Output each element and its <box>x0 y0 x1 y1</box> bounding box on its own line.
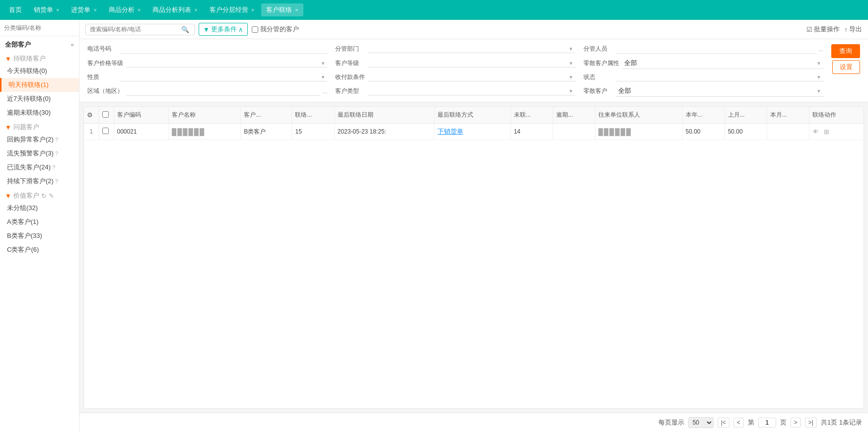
td-customer-type: B类客户 <box>241 124 292 140</box>
grid-icon[interactable]: ⊞ <box>824 128 829 136</box>
nav-purchase[interactable]: 进货单 × <box>66 3 101 16</box>
page-unit-label: 页 <box>780 418 787 427</box>
nav-sales[interactable]: 销货单 × <box>29 3 64 16</box>
filter-region-ellipsis[interactable]: ... <box>322 88 327 95</box>
sidebar-item-repurchase-abnormal[interactable]: 回购异常客户(2) ? <box>0 133 79 146</box>
gear-icon[interactable]: ⚙ <box>87 111 93 119</box>
nav-goods-analysis-close-icon[interactable]: × <box>138 7 141 13</box>
sidebar-all-label: 全部客户 <box>5 40 31 49</box>
nav-customer-layer-close-icon[interactable]: × <box>251 7 254 13</box>
prev-page-button[interactable]: < <box>733 418 744 428</box>
filter-nature-select[interactable]: ▼ <box>120 73 327 81</box>
filter-nature-label: 性质 <box>87 73 117 81</box>
next-page-button[interactable]: > <box>791 418 801 428</box>
sidebar-item-type-b[interactable]: B类客户(33) <box>0 229 79 243</box>
batch-operation-button[interactable]: ☑ 批量操作 <box>806 25 840 34</box>
my-customers-checkbox[interactable] <box>252 26 258 33</box>
select-all-checkbox[interactable] <box>102 111 109 118</box>
filter-row-2: 客户价格等级 ▼ 客户等级 ▼ <box>87 58 823 69</box>
data-table-container: ⚙ 客户编码 客户名称 客户... 联络... 最后联络日期 最后联络方式 未联… <box>83 106 864 409</box>
filter-price-grade-select[interactable]: ▼ <box>126 60 327 68</box>
filter-retail-customer-select[interactable]: 全部 ▼ <box>616 85 823 97</box>
nav-goods-analysis[interactable]: 商品分析 × <box>104 3 145 16</box>
sidebar-hint-icon-1: ? <box>55 137 58 143</box>
filter-status-select[interactable]: ▼ <box>616 73 823 81</box>
filter-retail-attr-select[interactable]: 全部 ▼ <box>622 58 823 69</box>
sidebar-item-today[interactable]: 今天待联络(0) <box>0 64 79 78</box>
nav-customer-contact[interactable]: 客户联络 × <box>261 3 303 16</box>
filter-retail-customer-label: 零散客户 <box>583 87 613 95</box>
sidebar-group-problem-triangle: ▼ <box>5 124 11 131</box>
nav-goods-list-close-icon[interactable]: × <box>194 7 197 13</box>
filter-customer-grade-select[interactable]: ▼ <box>368 60 575 68</box>
filter-retail-attr-label: 零散客户属性 <box>583 59 619 68</box>
filter-dept-select[interactable]: ▼ <box>368 45 575 53</box>
per-page-select[interactable]: 50 100 <box>688 417 714 428</box>
sidebar-group-value-refresh[interactable]: ↻ <box>41 192 47 200</box>
sidebar-item-type-c[interactable]: C类客户(6) <box>0 243 79 257</box>
filter-customer-type-select[interactable]: ▼ <box>368 87 575 95</box>
nav-home[interactable]: 首页 <box>4 3 27 16</box>
first-page-button[interactable]: |< <box>718 418 729 428</box>
th-gear[interactable]: ⚙ <box>84 107 99 124</box>
page-input[interactable] <box>758 418 776 428</box>
filter-dept-chevron: ▼ <box>569 46 574 52</box>
sidebar-item-7days[interactable]: 近7天待联络(0) <box>0 92 79 106</box>
td-last-contact-method[interactable]: 下销货单 <box>434 124 510 140</box>
sidebar-item-churned[interactable]: 已流失客户(24) ? <box>0 160 79 174</box>
filter-manager-input[interactable] <box>616 44 815 54</box>
filter-retail-customer-chevron: ▼ <box>816 88 821 94</box>
settings-button[interactable]: 设置 <box>832 60 860 74</box>
sidebar-group-value-edit[interactable]: ✎ <box>49 192 54 200</box>
toolbar-search-input[interactable] <box>90 26 179 33</box>
td-code: 000021 <box>114 124 168 140</box>
sidebar-item-ungroup[interactable]: 未分组(32) <box>0 201 79 215</box>
toolbar-search-box[interactable]: 🔍 <box>85 24 195 35</box>
td-this-month <box>767 124 809 140</box>
sidebar-search-container: 🔍 <box>0 20 79 36</box>
last-page-button[interactable]: >| <box>805 418 817 428</box>
filter-retail-attr-chevron: ▼ <box>816 61 821 66</box>
sidebar-search-input[interactable] <box>4 24 78 31</box>
sidebar-collapse-icon[interactable]: « <box>71 41 74 48</box>
td-actions[interactable]: 👁 ⊞ <box>809 124 864 140</box>
td-contact-count: 15 <box>292 124 334 140</box>
filter-phone-label: 电话号码 <box>87 45 117 53</box>
th-contact-count: 联络... <box>292 107 334 124</box>
table-row: 1 000021 ██████ B类客户 15 2023-05-23 18:25… <box>84 124 864 140</box>
toolbar-search-icon[interactable]: 🔍 <box>181 26 189 33</box>
nav-goods-analysis-list[interactable]: 商品分析列表 × <box>147 3 202 16</box>
filter-more-button[interactable]: ▼ 更多条件 ∧ <box>199 23 248 36</box>
sidebar-item-declining[interactable]: 持续下滑客户(2) ? <box>0 174 79 188</box>
my-customers-checkbox-label[interactable]: 我分管的客户 <box>252 25 299 34</box>
td-last-contact-date: 2023-05-23 18:25: <box>334 124 434 140</box>
td-name: ██████ <box>168 124 240 140</box>
export-button[interactable]: ↑ 导出 <box>845 25 863 34</box>
filter-status-chevron: ▼ <box>816 74 821 80</box>
nav-customer-contact-close-icon[interactable]: × <box>295 7 298 13</box>
sidebar-item-churn-warning[interactable]: 流失预警客户(3) ? <box>0 146 79 160</box>
filter-region-input[interactable] <box>126 86 319 96</box>
sidebar: 🔍 全部客户 « ▼ 待联络客户 今天待联络(0) 明天待联络(1) 近7天待联… <box>0 20 79 432</box>
sidebar-item-overdue[interactable]: 逾期未联络(30) <box>0 106 79 120</box>
per-page-label: 每页显示 <box>658 418 684 427</box>
sidebar-item-tomorrow[interactable]: 明天待联络(1) <box>0 78 79 92</box>
query-button[interactable]: 查询 <box>831 44 860 58</box>
filter-dept-field: 分管部门 ▼ <box>335 45 575 53</box>
filter-payment-chevron: ▼ <box>569 74 574 80</box>
filter-payment-select[interactable]: ▼ <box>368 73 575 81</box>
filter-phone-field: 电话号码 <box>87 44 327 54</box>
sidebar-all-header: 全部客户 « <box>0 36 79 51</box>
filter-phone-input[interactable] <box>120 44 327 54</box>
view-icon[interactable]: 👁 <box>812 128 819 136</box>
row-checkbox[interactable] <box>102 128 109 134</box>
th-name: 客户名称 <box>168 107 240 124</box>
sidebar-item-type-a[interactable]: A类客户(1) <box>0 215 79 229</box>
nav-purchase-close-icon[interactable]: × <box>93 7 96 13</box>
total-records-label: 共1页 1条记录 <box>821 418 862 427</box>
nav-customer-layer[interactable]: 客户分层经营 × <box>205 3 259 16</box>
nav-sales-close-icon[interactable]: × <box>56 7 59 13</box>
filter-panel: 电话号码 分管部门 ▼ 分管人员 <box>79 39 868 102</box>
last-contact-link[interactable]: 下销货单 <box>437 128 463 135</box>
filter-manager-ellipsis[interactable]: ... <box>818 46 823 53</box>
